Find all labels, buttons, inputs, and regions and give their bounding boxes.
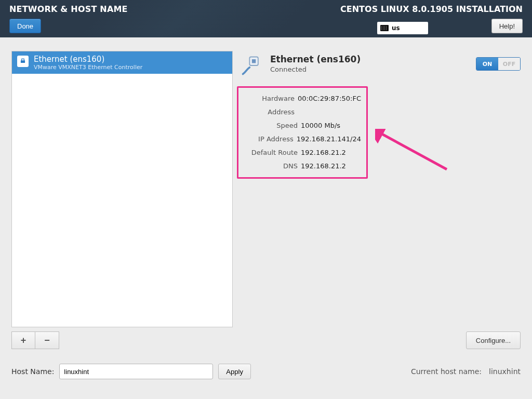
interface-list[interactable]: Ethernet (ens160) VMware VMXNET3 Etherne…	[11, 51, 233, 327]
ip-value: 192.168.21.141/24	[297, 132, 361, 146]
ethernet-plug-icon	[17, 56, 29, 67]
info-row-ip: IP Address 192.168.21.141/24	[238, 132, 361, 146]
svg-rect-1	[252, 59, 256, 63]
configure-button[interactable]: Configure...	[466, 331, 521, 349]
interface-list-buttons: + −	[11, 331, 233, 349]
svg-line-2	[378, 132, 447, 169]
route-label: Default Route	[238, 146, 301, 159]
keyboard-layout-indicator[interactable]: us	[377, 22, 428, 34]
dns-value: 192.168.21.2	[301, 159, 346, 173]
toggle-on-label: ON	[476, 58, 498, 70]
hostname-bar: Host Name: Apply Current host name: linu…	[0, 349, 532, 379]
main-content: Ethernet (ens160) VMware VMXNET3 Etherne…	[0, 37, 532, 349]
hostname-input[interactable]	[59, 364, 213, 379]
info-row-hw-address: Hardware Address 00:0C:29:87:50:FC	[238, 92, 361, 119]
info-row-dns: DNS 192.168.21.2	[238, 159, 361, 173]
current-hostname-label: Current host name:	[411, 367, 482, 376]
apply-hostname-button[interactable]: Apply	[218, 364, 251, 379]
speed-label: Speed	[238, 119, 301, 132]
installer-title: CENTOS LINUX 8.0.1905 INSTALLATION	[340, 4, 523, 14]
remove-interface-button[interactable]: −	[35, 331, 59, 349]
info-row-route: Default Route 192.168.21.2	[238, 146, 361, 159]
current-hostname: Current host name: linuxhint	[411, 367, 521, 376]
speed-value: 10000 Mb/s	[301, 119, 340, 132]
done-button[interactable]: Done	[9, 19, 41, 33]
add-interface-button[interactable]: +	[11, 331, 35, 349]
hw-address-value: 00:0C:29:87:50:FC	[298, 92, 361, 119]
interface-list-panel: Ethernet (ens160) VMware VMXNET3 Etherne…	[11, 51, 233, 349]
interface-subtitle: VMware VMXNET3 Ethernet Controller	[34, 64, 142, 71]
detail-status: Connected	[270, 65, 361, 73]
toggle-off-label: OFF	[498, 58, 520, 70]
interface-row[interactable]: Ethernet (ens160) VMware VMXNET3 Etherne…	[12, 51, 232, 74]
hw-address-label: Hardware Address	[238, 92, 298, 119]
interface-title: Ethernet (ens160)	[34, 55, 142, 64]
route-value: 192.168.21.2	[301, 146, 346, 159]
ip-label: IP Address	[238, 132, 297, 146]
hostname-label: Host Name:	[11, 367, 54, 376]
detail-title: Ethernet (ens160)	[270, 54, 361, 64]
dns-label: DNS	[238, 159, 301, 173]
interface-toggle[interactable]: ON OFF	[476, 57, 521, 71]
keyboard-layout-label: us	[392, 24, 400, 32]
info-row-speed: Speed 10000 Mb/s	[238, 119, 361, 132]
top-bar: NETWORK & HOST NAME CENTOS LINUX 8.0.190…	[0, 0, 532, 37]
connection-info-box: Hardware Address 00:0C:29:87:50:FC Speed…	[237, 86, 368, 179]
interface-detail-panel: Ethernet (ens160) Connected ON OFF Hardw…	[240, 51, 521, 349]
current-hostname-value: linuxhint	[489, 367, 521, 376]
help-button[interactable]: Help!	[491, 19, 523, 33]
ethernet-cable-icon	[240, 54, 263, 77]
annotation-arrow-icon	[375, 129, 448, 170]
keyboard-icon	[380, 25, 389, 31]
